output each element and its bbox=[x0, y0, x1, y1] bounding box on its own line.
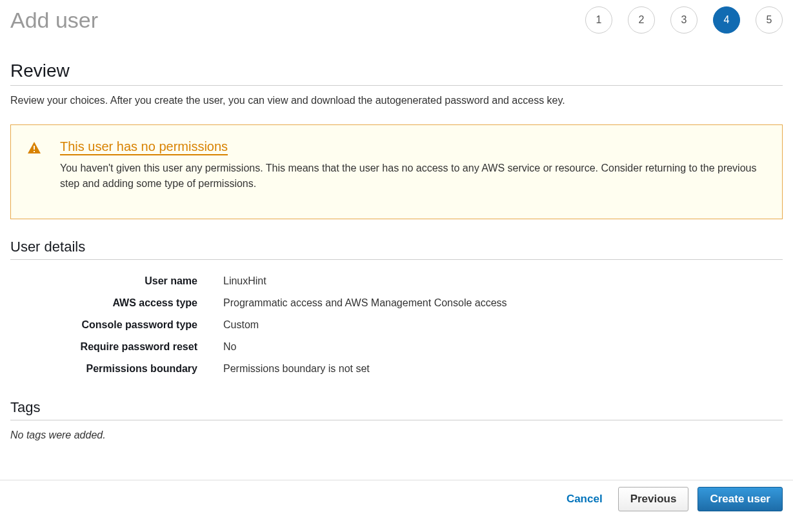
tags-empty-text: No tags were added. bbox=[10, 429, 783, 441]
table-row: Permissions boundary Permissions boundar… bbox=[10, 358, 783, 380]
step-2[interactable]: 2 bbox=[628, 6, 655, 34]
table-row: AWS access type Programmatic access and … bbox=[10, 292, 783, 314]
detail-value: Programmatic access and AWS Management C… bbox=[197, 297, 783, 309]
previous-button[interactable]: Previous bbox=[618, 487, 689, 511]
tags-title: Tags bbox=[10, 399, 783, 420]
main-content: Review Review your choices. After you cr… bbox=[0, 61, 793, 441]
create-user-button[interactable]: Create user bbox=[698, 487, 783, 511]
table-row: Require password reset No bbox=[10, 336, 783, 358]
detail-value: LinuxHint bbox=[197, 275, 783, 287]
step-3[interactable]: 3 bbox=[670, 6, 698, 34]
warning-title[interactable]: This user has no permissions bbox=[60, 139, 228, 155]
step-5[interactable]: 5 bbox=[756, 6, 783, 34]
detail-label: AWS access type bbox=[10, 297, 197, 309]
table-row: User name LinuxHint bbox=[10, 270, 783, 292]
svg-rect-1 bbox=[34, 151, 35, 152]
detail-value: No bbox=[197, 341, 783, 353]
wizard-steps: 1 2 3 4 5 bbox=[585, 6, 783, 34]
user-details-table: User name LinuxHint AWS access type Prog… bbox=[10, 270, 783, 380]
warning-icon bbox=[26, 139, 42, 192]
detail-label: Permissions boundary bbox=[10, 363, 197, 375]
user-details-title: User details bbox=[10, 239, 783, 260]
warning-content: This user has no permissions You haven't… bbox=[60, 139, 767, 192]
cancel-button[interactable]: Cancel bbox=[560, 488, 609, 511]
warning-text: You haven't given this user any permissi… bbox=[60, 161, 767, 192]
detail-value: Custom bbox=[197, 319, 783, 331]
detail-value: Permissions boundary is not set bbox=[197, 363, 783, 375]
header: Add user 1 2 3 4 5 bbox=[0, 0, 793, 46]
detail-label: Console password type bbox=[10, 319, 197, 331]
step-4[interactable]: 4 bbox=[713, 6, 740, 34]
svg-rect-0 bbox=[34, 146, 35, 150]
review-title: Review bbox=[10, 61, 783, 86]
detail-label: User name bbox=[10, 275, 197, 287]
table-row: Console password type Custom bbox=[10, 314, 783, 336]
step-1[interactable]: 1 bbox=[585, 6, 612, 34]
detail-label: Require password reset bbox=[10, 341, 197, 353]
warning-box: This user has no permissions You haven't… bbox=[10, 124, 783, 219]
review-description: Review your choices. After you create th… bbox=[10, 95, 783, 106]
page-title: Add user bbox=[10, 8, 98, 33]
footer: Cancel Previous Create user bbox=[0, 480, 793, 518]
